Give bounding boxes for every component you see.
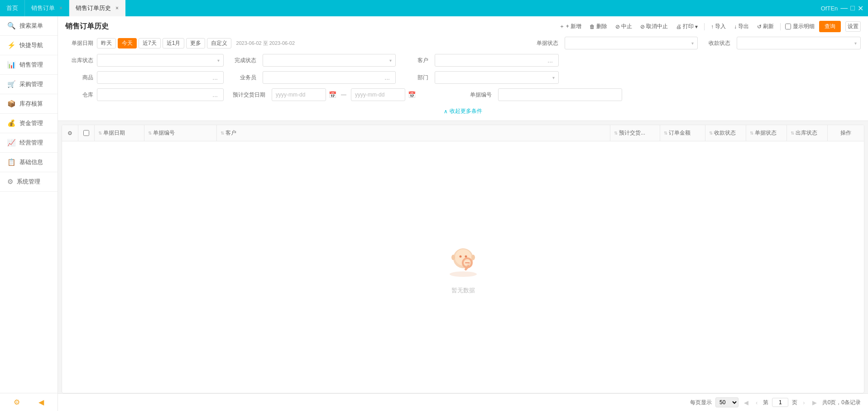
- next-page-btn[interactable]: ›: [801, 398, 806, 407]
- calendar-start-icon[interactable]: 📅: [329, 91, 336, 98]
- customer-dots[interactable]: ...: [546, 57, 555, 64]
- order-status-select[interactable]: ▾: [565, 37, 698, 49]
- per-page-label: 每页显示: [690, 399, 712, 406]
- minimize-icon[interactable]: —: [840, 4, 848, 12]
- date-btn-1month[interactable]: 近1月: [163, 38, 185, 48]
- tab-sales-order-history-close[interactable]: ×: [115, 5, 119, 11]
- product-dots[interactable]: ...: [211, 74, 220, 81]
- th-order-label: 单据状态: [755, 129, 777, 137]
- collapse-row[interactable]: ∧ 收起更多条件: [65, 106, 861, 117]
- sidebar: 🔍 搜索菜单 ⚡ 快捷导航 📊 销售管理 🛒 采购管理 📦 库存核算 💰 资金管…: [0, 16, 58, 411]
- sidebar-item-search[interactable]: 🔍 搜索菜单: [0, 16, 58, 36]
- th-out-status[interactable]: ⇅ 出库状态: [787, 125, 828, 141]
- new-button[interactable]: ＋ + 新增: [557, 22, 583, 31]
- th-no[interactable]: ⇅ 单据编号: [144, 125, 217, 141]
- th-receipt-status[interactable]: ⇅ 收款状态: [705, 125, 746, 141]
- receipt-status-select[interactable]: ▾: [737, 37, 861, 49]
- last-page-btn[interactable]: ▶: [810, 398, 819, 407]
- tab-sales-order-history[interactable]: 销售订单历史 ×: [69, 0, 125, 16]
- maximize-icon[interactable]: □: [850, 4, 855, 12]
- out-status-select[interactable]: ▾: [97, 54, 224, 67]
- th-checkbox[interactable]: [78, 125, 95, 141]
- sidebar-item-purchase[interactable]: 🛒 采购管理: [0, 75, 58, 94]
- sales-icon: 📊: [7, 61, 16, 69]
- tab-home[interactable]: 首页: [0, 0, 25, 16]
- print-button[interactable]: 🖨 打印 ▾: [674, 22, 700, 31]
- th-customer[interactable]: ⇅ 客户: [217, 125, 610, 141]
- sidebar-system-label: 系统管理: [17, 178, 40, 186]
- delivery-date-end[interactable]: [351, 88, 405, 101]
- out-status-col: ▾: [97, 54, 224, 67]
- prev-page-btn[interactable]: ‹: [754, 398, 759, 407]
- complete-status-select[interactable]: ▾: [263, 54, 396, 67]
- show-detail-input[interactable]: [785, 24, 791, 29]
- salesperson-input[interactable]: ...: [263, 71, 396, 84]
- page-header: 销售订单历史 ＋ + 新增 🗑 删除 ⊘ 中止 ⊘: [58, 16, 868, 121]
- quick-nav-icon: ⚡: [7, 41, 16, 49]
- new-icon: ＋: [559, 23, 565, 30]
- query-button[interactable]: 查询: [819, 21, 841, 32]
- select-all-checkbox[interactable]: [83, 130, 89, 136]
- search-icon: 🔍: [7, 22, 16, 30]
- settings-bottom-icon[interactable]: ⚙: [14, 398, 20, 406]
- th-delivery[interactable]: ⇅ 预计交货...: [610, 125, 660, 141]
- th-no-label: 单据编号: [153, 129, 175, 137]
- out-status-arrow: ▾: [217, 58, 220, 63]
- often-label: OfTEn: [821, 5, 838, 12]
- sidebar-item-basic-info[interactable]: 📋 基础信息: [0, 153, 58, 172]
- th-date-label: 单据日期: [103, 129, 125, 137]
- salesperson-dots[interactable]: ...: [383, 74, 392, 81]
- sidebar-item-inventory[interactable]: 📦 库存核算: [0, 94, 58, 114]
- tab-sales-order-close[interactable]: ×: [59, 5, 62, 11]
- th-amount[interactable]: ⇅ 订单金额: [660, 125, 705, 141]
- sidebar-item-sales[interactable]: 📊 销售管理: [0, 55, 58, 75]
- stop-button[interactable]: ⊘ 中止: [614, 22, 634, 31]
- department-select[interactable]: ▾: [435, 71, 559, 84]
- product-input[interactable]: ...: [97, 71, 224, 84]
- warehouse-input[interactable]: ...: [97, 88, 224, 101]
- export-button[interactable]: ↓ 导出: [732, 22, 751, 31]
- close-window-icon[interactable]: ✕: [858, 4, 863, 13]
- import-button[interactable]: ↑ 导入: [709, 22, 728, 31]
- date-btn-yesterday[interactable]: 昨天: [97, 38, 116, 48]
- th-out-label: 出库状态: [796, 129, 817, 137]
- delete-button[interactable]: 🗑 删除: [588, 22, 609, 31]
- collapse-sidebar-icon[interactable]: ◀: [38, 398, 44, 406]
- date-btn-custom[interactable]: 自定义: [207, 38, 231, 48]
- sidebar-item-operations[interactable]: 📈 经营管理: [0, 133, 58, 153]
- operations-icon: 📈: [7, 139, 16, 147]
- calendar-end-icon[interactable]: 📅: [408, 91, 416, 98]
- delivery-date-start[interactable]: [272, 88, 326, 101]
- sort-delivery-icon: ⇅: [614, 131, 618, 135]
- date-btn-today[interactable]: 今天: [118, 38, 137, 48]
- refresh-button[interactable]: ↺ 刷新: [755, 22, 776, 31]
- sidebar-item-finance[interactable]: 💰 资金管理: [0, 114, 58, 133]
- tab-sales-order[interactable]: 销售订单 ×: [25, 0, 69, 16]
- customer-input[interactable]: ...: [435, 54, 559, 67]
- settings-filter-button[interactable]: 设置: [845, 21, 861, 32]
- date-btn-7days[interactable]: 近7天: [139, 38, 161, 48]
- order-no-col: 单据编号: [468, 88, 622, 101]
- order-no-input[interactable]: [498, 88, 622, 101]
- th-order-status[interactable]: ⇅ 单据状态: [746, 125, 787, 141]
- cancel-stop-button[interactable]: ⊘ 取消中止: [638, 22, 670, 31]
- date-btn-more[interactable]: 更多: [186, 38, 205, 48]
- salesperson-label: 业务员: [233, 74, 260, 82]
- warehouse-dots[interactable]: ...: [211, 91, 220, 98]
- sidebar-item-quick-nav[interactable]: ⚡ 快捷导航: [0, 36, 58, 55]
- first-page-btn[interactable]: ◀: [742, 398, 750, 407]
- page-number-input[interactable]: [772, 398, 788, 407]
- stop-icon: ⊘: [615, 24, 620, 30]
- show-detail-checkbox[interactable]: 显示明细: [785, 23, 815, 30]
- toolbar-divider2: [780, 23, 781, 30]
- stop-label: 中止: [621, 23, 632, 30]
- top-bar: 首页 销售订单 × 销售订单历史 × OfTEn — □ ✕: [0, 0, 868, 16]
- th-setting[interactable]: ⚙: [62, 125, 78, 141]
- out-status-label: 出库状态: [65, 57, 97, 64]
- filter-row-3: 商品 ... 业务员 ...: [65, 71, 861, 84]
- th-date[interactable]: ⇅ 单据日期: [95, 125, 144, 141]
- order-no-label: 单据编号: [468, 91, 495, 99]
- svg-point-0: [450, 271, 477, 277]
- per-page-select[interactable]: 50 10 20 100: [715, 397, 739, 407]
- sidebar-item-system[interactable]: ⚙ 系统管理: [0, 172, 58, 192]
